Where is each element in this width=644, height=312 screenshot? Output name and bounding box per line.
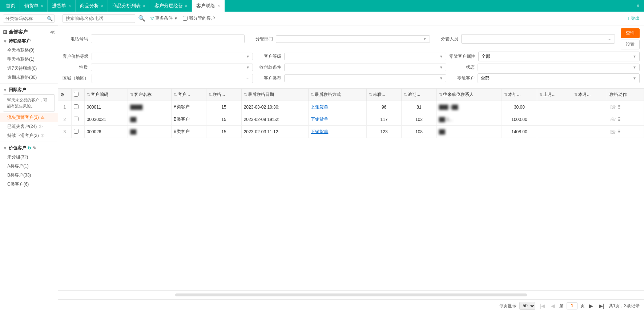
col-last-method[interactable]: ⇅最后联络方式 [309, 89, 367, 101]
customer-type-select[interactable]: ▼ [284, 74, 446, 82]
close-purchase-tab[interactable]: × [68, 4, 71, 8]
contact-icon-2[interactable]: ☏ [609, 117, 616, 122]
person-select[interactable]: ··· [461, 34, 615, 44]
col-last-month[interactable]: ⇅上月... [537, 89, 572, 101]
price-select[interactable]: ▼ [92, 53, 253, 60]
last-page-btn[interactable]: ▶| [597, 302, 606, 309]
col-overdue[interactable]: ⇅逾期... [402, 89, 436, 101]
close-product-analysis-tab[interactable]: × [101, 4, 103, 8]
filter-search-icon[interactable]: 🔍 [138, 15, 145, 22]
dept-select[interactable]: ▼ [276, 35, 430, 43]
region-select[interactable]: ··· [92, 74, 253, 83]
edit-icon[interactable]: ✎ [33, 146, 36, 151]
tab-customer-layer[interactable]: 客户分层经营 × [150, 0, 192, 12]
sidebar-item-ungroup[interactable]: 未分组(32) [0, 153, 58, 162]
close-product-list-tab[interactable]: × [143, 4, 145, 8]
tab-product-list[interactable]: 商品分析列表 × [108, 0, 150, 12]
refresh-icon[interactable]: ↻ [28, 146, 31, 151]
row-checkbox-3[interactable] [71, 126, 84, 138]
col-last-date[interactable]: ⇅最后联络日期 [241, 89, 309, 101]
select-all-checkbox[interactable] [74, 92, 79, 97]
status-label: 状态 [449, 64, 475, 70]
nature-select[interactable]: ▼ [91, 64, 253, 71]
prev-page-btn[interactable]: ◀ [550, 302, 556, 309]
sort-icon-4: ⇅ [209, 92, 212, 97]
page-number-input[interactable] [567, 302, 577, 309]
col-this-month[interactable]: ⇅本月... [572, 89, 607, 101]
filter-field-customer-type: 客户类型 ▼ [256, 74, 446, 82]
status-select[interactable]: ▼ [478, 64, 640, 71]
close-sales-tab[interactable]: × [41, 4, 43, 8]
sidebar-section-pending[interactable]: ▼ 待联络客户 [0, 37, 58, 46]
contact-icon-3[interactable]: ☏ [609, 129, 616, 135]
sort-icon-3: ⇅ [174, 92, 177, 97]
filter-field-person: 分管人员 ··· [433, 34, 615, 44]
row-method-2[interactable]: 下销货单 [309, 113, 367, 126]
sidebar-item-declining[interactable]: 持续下滑客户(2) ⓘ [0, 131, 58, 140]
window-close-button[interactable]: × [633, 3, 643, 9]
filter-field-phone: 电话号码 [63, 35, 245, 43]
row-checkbox-2[interactable] [71, 113, 84, 126]
tab-home[interactable]: 首页 [1, 0, 20, 12]
sidebar-item-overdue[interactable]: 逾期未联络(30) [0, 73, 58, 82]
row-action-3: ☏ ⠿ [607, 126, 644, 138]
row-date-2: 2023-02-09 19:52: [241, 113, 309, 126]
page-size-select[interactable]: 50 [519, 302, 535, 310]
my-customers-checkbox[interactable] [183, 16, 188, 21]
row-method-1[interactable]: 下销货单 [309, 101, 367, 113]
col-customer-type[interactable]: ⇅客户... [171, 89, 206, 101]
close-customer-contact-tab[interactable]: × [217, 4, 220, 8]
col-this-year[interactable]: ⇅本年... [502, 89, 537, 101]
more-conditions-btn[interactable]: ▽ 更多条件 ▼ [148, 14, 180, 23]
sidebar-section-review[interactable]: ▼ 回顾客户 [0, 85, 58, 94]
sidebar-item-class-a[interactable]: A类客户(1) [0, 162, 58, 171]
my-customers-checkbox-label[interactable]: 我分管的客户 [183, 15, 215, 21]
sidebar-item-class-c[interactable]: C类客户(6) [0, 180, 58, 189]
more-action-icon-1[interactable]: ⠿ [617, 104, 621, 110]
tab-product-analysis[interactable]: 商品分析 × [76, 0, 108, 12]
filter-search-input[interactable] [63, 14, 135, 23]
divider-1 [0, 84, 58, 84]
col-checkbox[interactable] [71, 89, 84, 101]
sidebar-collapse-btn[interactable]: ≪ [50, 29, 55, 35]
sidebar-item-already-churned[interactable]: 已流失客户(24) ⓘ [0, 122, 58, 131]
horizontal-scrollbar[interactable] [175, 293, 527, 296]
phone-input[interactable] [91, 35, 245, 43]
zero-attr-select[interactable]: 全部 ▼ [478, 52, 640, 61]
level-select[interactable]: ▼ [284, 53, 446, 60]
more-action-icon-3[interactable]: ⠿ [617, 129, 621, 135]
sidebar-item-today[interactable]: 今天待联络(0) [0, 46, 58, 55]
sidebar-item-churn-warning[interactable]: 流失预警客户(3) ⚠ [0, 113, 58, 122]
export-btn[interactable]: ↑ 导出 [627, 15, 640, 21]
tab-sales[interactable]: 销货单 × [20, 0, 48, 12]
col-name[interactable]: ⇅客户名称 [128, 89, 172, 101]
row-checkbox-1[interactable] [71, 101, 84, 113]
tab-customer-contact[interactable]: 客户联络 × [192, 0, 224, 12]
zero-customer-select[interactable]: 全部 ▼ [478, 73, 640, 83]
filter-panel: 电话号码 分管部门 ▼ 分管人员 ··· [58, 25, 644, 89]
sidebar-item-7days[interactable]: 近7天待联络(0) [0, 64, 58, 73]
row-method-3[interactable]: 下销货单 [309, 126, 367, 138]
sidebar-section-value[interactable]: ▼ 价值客户 ↻ ✎ [0, 143, 58, 153]
close-customer-layer-tab[interactable]: × [185, 4, 187, 8]
col-settings[interactable]: ⚙ [58, 89, 71, 101]
more-icon-person[interactable]: ··· [607, 36, 612, 42]
col-contact-person[interactable]: ⇅往来单位联系人 [436, 89, 502, 101]
more-action-icon-2[interactable]: ⠿ [617, 117, 621, 122]
tab-purchase[interactable]: 进货单 × [48, 0, 75, 12]
chevron-icon-5: ▼ [246, 65, 250, 69]
payment-select[interactable]: ▼ [284, 64, 446, 71]
first-page-btn[interactable]: |◀ [538, 302, 547, 309]
col-contact-count[interactable]: ⇅联络... [206, 89, 241, 101]
arrow-icon-2: ▼ [3, 88, 7, 93]
col-code[interactable]: ⇅客户编码 [84, 89, 128, 101]
setting-btn[interactable]: 设置 [621, 40, 640, 49]
col-unlinking[interactable]: ⇅未联... [366, 89, 401, 101]
sidebar-item-tomorrow[interactable]: 明天待联络(1) [0, 55, 58, 64]
query-btn[interactable]: 查询 [621, 28, 640, 38]
contact-icon-1[interactable]: ☏ [609, 104, 616, 110]
next-page-btn[interactable]: ▶ [588, 302, 595, 309]
more-icon-region[interactable]: ··· [245, 76, 250, 81]
arrow-icon-3: ▼ [3, 146, 7, 151]
sidebar-item-class-b[interactable]: B类客户(33) [0, 171, 58, 180]
